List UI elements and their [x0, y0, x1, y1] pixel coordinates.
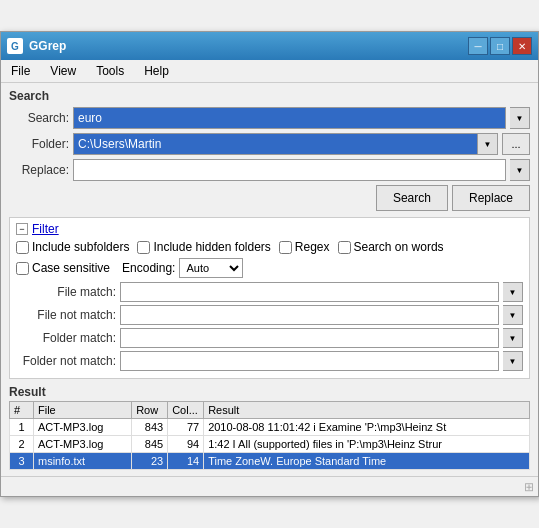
- content-area: Search Search: ▼ Folder: ▼ ... Replace: …: [1, 83, 538, 476]
- table-row[interactable]: 3msinfo.txt2314Time ZoneW. Europe Standa…: [10, 453, 530, 470]
- menu-tools[interactable]: Tools: [90, 62, 130, 80]
- encoding-label: Encoding:: [122, 261, 175, 275]
- replace-input[interactable]: [73, 159, 506, 181]
- folder-match-label: Folder match:: [16, 331, 116, 345]
- folder-row: Folder: ▼ ...: [9, 133, 530, 155]
- filter-header[interactable]: − Filter: [16, 222, 523, 236]
- replace-button[interactable]: Replace: [452, 185, 530, 211]
- filter-options-row1: Include subfolders Include hidden folder…: [16, 240, 523, 254]
- search-on-words-checkbox[interactable]: [338, 241, 351, 254]
- cell-file: ACT-MP3.log: [34, 436, 132, 453]
- title-bar: G GGrep ─ □ ✕: [1, 32, 538, 60]
- folder-dropdown-arrow[interactable]: ▼: [478, 133, 498, 155]
- file-not-match-dropdown[interactable]: ▼: [503, 305, 523, 325]
- cell-num: 1: [10, 419, 34, 436]
- result-section: Result # File Row Col... Result 1ACT-MP3…: [9, 385, 530, 470]
- file-not-match-label: File not match:: [16, 308, 116, 322]
- include-subfolders-checkbox[interactable]: [16, 241, 29, 254]
- window-title: GGrep: [29, 39, 66, 53]
- file-not-match-row: File not match: ▼: [16, 305, 523, 325]
- search-on-words-label[interactable]: Search on words: [338, 240, 444, 254]
- regex-label[interactable]: Regex: [279, 240, 330, 254]
- folder-input-wrap: ▼: [73, 133, 498, 155]
- table-header-row: # File Row Col... Result: [10, 402, 530, 419]
- filter-section: − Filter Include subfolders Include hidd…: [9, 217, 530, 379]
- main-window: G GGrep ─ □ ✕ File View Tools Help Searc…: [0, 31, 539, 497]
- menu-help[interactable]: Help: [138, 62, 175, 80]
- cell-row: 845: [132, 436, 168, 453]
- result-table: # File Row Col... Result 1ACT-MP3.log843…: [9, 401, 530, 470]
- file-match-input[interactable]: [120, 282, 499, 302]
- file-match-row: File match: ▼: [16, 282, 523, 302]
- action-row: Search Replace: [9, 185, 530, 211]
- folder-match-input[interactable]: [120, 328, 499, 348]
- replace-label: Replace:: [9, 163, 69, 177]
- include-hidden-checkbox[interactable]: [137, 241, 150, 254]
- cell-col: 77: [168, 419, 204, 436]
- case-sensitive-checkbox[interactable]: [16, 262, 29, 275]
- result-label: Result: [9, 385, 530, 399]
- search-dropdown-arrow[interactable]: ▼: [510, 107, 530, 129]
- file-match-label: File match:: [16, 285, 116, 299]
- cell-result: Time ZoneW. Europe Standard Time: [204, 453, 530, 470]
- title-bar-left: G GGrep: [7, 38, 66, 54]
- replace-dropdown-arrow[interactable]: ▼: [510, 159, 530, 181]
- search-label: Search:: [9, 111, 69, 125]
- folder-input[interactable]: [73, 133, 478, 155]
- search-button[interactable]: Search: [376, 185, 448, 211]
- col-file: File: [34, 402, 132, 419]
- table-row[interactable]: 2ACT-MP3.log845941:42 I All (supported) …: [10, 436, 530, 453]
- cell-row: 843: [132, 419, 168, 436]
- include-hidden-label[interactable]: Include hidden folders: [137, 240, 270, 254]
- col-row: Row: [132, 402, 168, 419]
- folder-not-match-label: Folder not match:: [16, 354, 116, 368]
- search-row: Search: ▼: [9, 107, 530, 129]
- close-button[interactable]: ✕: [512, 37, 532, 55]
- file-match-dropdown[interactable]: ▼: [503, 282, 523, 302]
- col-num: #: [10, 402, 34, 419]
- folder-match-row: Folder match: ▼: [16, 328, 523, 348]
- table-row[interactable]: 1ACT-MP3.log843772010-08-08 11:01:42 i E…: [10, 419, 530, 436]
- regex-checkbox[interactable]: [279, 241, 292, 254]
- browse-button[interactable]: ...: [502, 133, 530, 155]
- menu-file[interactable]: File: [5, 62, 36, 80]
- cell-num: 3: [10, 453, 34, 470]
- app-icon: G: [7, 38, 23, 54]
- cell-file: ACT-MP3.log: [34, 419, 132, 436]
- cell-col: 14: [168, 453, 204, 470]
- search-input[interactable]: [73, 107, 506, 129]
- replace-row: Replace: ▼: [9, 159, 530, 181]
- cell-col: 94: [168, 436, 204, 453]
- search-section-label: Search: [9, 89, 530, 103]
- cell-num: 2: [10, 436, 34, 453]
- status-icon: ⊞: [524, 480, 534, 494]
- title-buttons: ─ □ ✕: [468, 37, 532, 55]
- folder-label: Folder:: [9, 137, 69, 151]
- folder-match-dropdown[interactable]: ▼: [503, 328, 523, 348]
- encoding-select[interactable]: Auto UTF-8 UTF-16 ANSI: [179, 258, 243, 278]
- folder-not-match-input[interactable]: [120, 351, 499, 371]
- file-not-match-input[interactable]: [120, 305, 499, 325]
- menubar: File View Tools Help: [1, 60, 538, 83]
- col-col: Col...: [168, 402, 204, 419]
- filter-label: Filter: [32, 222, 59, 236]
- col-result: Result: [204, 402, 530, 419]
- maximize-button[interactable]: □: [490, 37, 510, 55]
- cell-row: 23: [132, 453, 168, 470]
- case-sensitive-label[interactable]: Case sensitive: [16, 261, 110, 275]
- menu-view[interactable]: View: [44, 62, 82, 80]
- cell-file: msinfo.txt: [34, 453, 132, 470]
- status-bar: ⊞: [1, 476, 538, 496]
- cell-result: 2010-08-08 11:01:42 i Examine 'P:\mp3\He…: [204, 419, 530, 436]
- folder-not-match-row: Folder not match: ▼: [16, 351, 523, 371]
- minimize-button[interactable]: ─: [468, 37, 488, 55]
- include-subfolders-label[interactable]: Include subfolders: [16, 240, 129, 254]
- cell-result: 1:42 I All (supported) files in 'P:\mp3\…: [204, 436, 530, 453]
- encoding-row: Case sensitive Encoding: Auto UTF-8 UTF-…: [16, 258, 523, 278]
- folder-not-match-dropdown[interactable]: ▼: [503, 351, 523, 371]
- filter-toggle[interactable]: −: [16, 223, 28, 235]
